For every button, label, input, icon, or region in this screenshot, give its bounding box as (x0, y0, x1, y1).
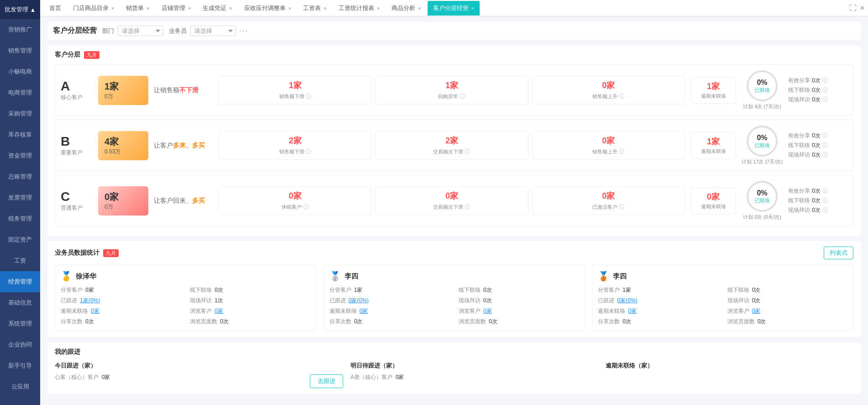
staff-select[interactable]: 请选择 (190, 26, 236, 36)
info-icon[interactable]: ⓘ (822, 187, 828, 195)
info-icon[interactable]: ⓘ (619, 203, 624, 211)
tab-payroll[interactable]: 工资表 × (298, 1, 332, 16)
staff-stat-link[interactable]: 1家(0%) (80, 297, 100, 305)
info-icon[interactable]: ⓘ (822, 142, 828, 149)
info-icon[interactable]: ⓘ (303, 203, 309, 211)
sidebar-item-gdzc[interactable]: 固定资产 (0, 229, 40, 250)
info-icon[interactable]: ⓘ (822, 96, 828, 104)
tier-c-highlight: 多买 (192, 197, 205, 204)
tab-maximize-icon[interactable]: ⛶ (849, 4, 857, 12)
staff-stat-1-1: 线下联络0次 (459, 286, 579, 294)
sidebar-item-zj[interactable]: 资金管理 (0, 145, 40, 166)
tab-store-mgmt[interactable]: 店铺管理 × (156, 1, 196, 16)
staff-label: 业务员 (169, 27, 187, 35)
tab-product-list[interactable]: 门店商品目录 × (68, 1, 120, 16)
sidebar-item-yxtg[interactable]: 营销推广 (0, 19, 40, 40)
tab-sales-order[interactable]: 销货单 × (120, 1, 155, 16)
info-icon[interactable]: ⓘ (822, 86, 828, 94)
staff-stat-2-5: 浏览客户0家 (727, 307, 847, 315)
tier-b-circle-outer: 0% 已联络 (747, 126, 778, 157)
sidebar-item-cg[interactable]: 采购管理 (0, 103, 40, 124)
staff-stat-link[interactable]: 0家 (214, 307, 223, 315)
staff-stat-link[interactable]: 0家 (360, 307, 368, 315)
staff-stat-link[interactable]: 0家(0%) (349, 297, 369, 305)
stat-a-1: 1家 回购异常 ⓘ (375, 76, 528, 105)
tier-b-slogan: 让客户多来、多买 (154, 141, 213, 150)
sidebar-item-xsyd[interactable]: 新手引导 (0, 355, 40, 376)
settings-button[interactable]: ⚙ (0, 397, 40, 405)
info-icon[interactable]: ⓘ (306, 148, 311, 156)
info-icon[interactable]: ⓘ (822, 197, 828, 205)
tab-bar: 首页 门店商品目录 × 销货单 × 店铺管理 × 生成凭证 × 应收应付调整单 … (40, 0, 868, 16)
dept-select[interactable]: 请选择 (118, 26, 163, 36)
tier-b-circle: 0% 已联络 计划 17次 (7天/次) (742, 126, 783, 165)
staff-stat-0-7: 浏览页面数0次 (190, 318, 310, 326)
sidebar-item-kchz[interactable]: 库存核算 (0, 124, 40, 145)
sidebar-item-qyxt[interactable]: 企业协同 (0, 334, 40, 355)
staff-stat-0-6: 分享次数0次 (61, 318, 181, 326)
goto-follow-button[interactable]: 去跟进 (310, 374, 343, 388)
sidebar-item-dsg[interactable]: 电商管理 (0, 82, 40, 103)
staff-name-1: 李四 (345, 272, 358, 281)
follow-section: 我的跟进 今日跟进（家） 心客（核心）客户 0家 去跟进 明日待跟进（家） A类… (47, 342, 861, 394)
tab-payroll-report[interactable]: 工资统计报表 × (333, 1, 385, 16)
more-options-icon[interactable]: ··· (240, 27, 248, 35)
staff-stat-0-4: 逾期未联络0家 (61, 307, 181, 315)
tier-a-amount: 0万 (105, 93, 142, 100)
info-icon[interactable]: ⓘ (822, 151, 828, 159)
tab-home[interactable]: 首页 (44, 1, 67, 16)
list-view-button[interactable]: 列表式 (824, 247, 853, 259)
tab-close-icon[interactable]: × (377, 5, 380, 11)
tab-product-analysis[interactable]: 商品分析 × (386, 1, 426, 16)
staff-name-row-0: 🥇 徐泽华 (61, 271, 310, 282)
staff-stat-link[interactable]: 0家 (483, 307, 492, 315)
tab-close-all-icon[interactable]: × (860, 4, 864, 12)
tab-customer-tier[interactable]: 客户分层经营 × (428, 1, 480, 16)
stat-b-0: 2家 销售额下滑 ⓘ (219, 131, 371, 160)
tab-close-icon[interactable]: × (111, 5, 114, 11)
sidebar-item-sw[interactable]: 税务管理 (0, 208, 40, 229)
sidebar-item-gz[interactable]: 工资 (0, 250, 40, 271)
follow-title: 我的跟进 (55, 348, 853, 356)
staff-stat-2-0: 分管客户1家 (598, 286, 718, 294)
staff-name-row-2: 🥉 李四 (598, 271, 847, 282)
tab-close-icon[interactable]: × (471, 5, 474, 11)
tab-voucher[interactable]: 生成凭证 × (197, 1, 237, 16)
sidebar-item-xsgl[interactable]: 销售管理 (0, 40, 40, 61)
info-icon[interactable]: ⓘ (306, 93, 311, 100)
staff-stat-2-2: 已跟进0家(0%) (598, 297, 718, 305)
sidebar-item-jcxx[interactable]: 基础信息 (0, 292, 40, 313)
sidebar-item-fp[interactable]: 发票管理 (0, 187, 40, 208)
sidebar-item-jygl[interactable]: 经营管理 (0, 271, 40, 292)
tab-close-icon[interactable]: × (288, 5, 291, 11)
sidebar-top[interactable]: 批发管理 ▲ (0, 0, 40, 19)
tab-ar-adjust[interactable]: 应收应付调整单 × (239, 1, 297, 16)
tab-close-icon[interactable]: × (324, 5, 326, 11)
info-icon[interactable]: ⓘ (465, 148, 470, 156)
staff-stat-link[interactable]: 0家(0%) (617, 297, 637, 305)
staff-stat-link[interactable]: 0家 (752, 307, 761, 315)
tab-close-icon[interactable]: × (229, 5, 232, 11)
staff-stat-link[interactable]: 0家 (91, 307, 99, 315)
tier-a-rs-0: 有效分享 0次 ⓘ (788, 77, 847, 84)
tab-close-icon[interactable]: × (188, 5, 191, 11)
staff-stat-link[interactable]: 0家 (628, 307, 637, 315)
tab-close-icon[interactable]: × (418, 5, 421, 11)
info-icon[interactable]: ⓘ (822, 77, 828, 84)
tab-close-icon[interactable]: × (146, 5, 149, 11)
sidebar-item-xcdz[interactable]: 小畅电商 (0, 61, 40, 82)
info-icon[interactable]: ⓘ (460, 93, 465, 100)
info-icon[interactable]: ⓘ (619, 93, 624, 100)
sidebar-item-xtgl[interactable]: 系统管理 (0, 313, 40, 334)
sidebar: 批发管理 ▲ 营销推广 销售管理 小畅电商 电商管理 采购管理 库存核算 资金管… (0, 0, 40, 405)
stat-c-0-num: 0家 (223, 190, 367, 201)
info-icon[interactable]: ⓘ (822, 132, 828, 140)
tomorrow-follow-title: 明日待跟进（家） (350, 362, 598, 370)
info-icon[interactable]: ⓘ (822, 206, 828, 214)
tier-b-rs-2: 现场拜访 0次 ⓘ (788, 151, 847, 159)
stat-b-2-num: 0家 (536, 135, 681, 146)
info-icon[interactable]: ⓘ (465, 203, 470, 211)
sidebar-item-zz[interactable]: 总账管理 (0, 166, 40, 187)
sidebar-item-yyyp[interactable]: 云应用 (0, 376, 40, 397)
info-icon[interactable]: ⓘ (619, 148, 624, 156)
